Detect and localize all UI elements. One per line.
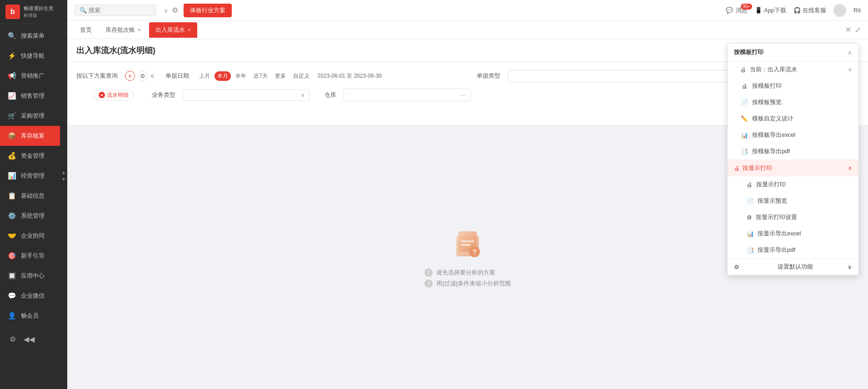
dropdown-item-template-print[interactable]: 🖨 按模板打印 xyxy=(728,78,858,94)
sidebar-collapse-icon[interactable]: ◀◀ xyxy=(24,334,35,344)
sidebar-bottom: ⚙ ◀◀ xyxy=(0,328,67,350)
sidebar-item-guide[interactable]: 🎯 新手引导 xyxy=(0,246,60,266)
notifications-button[interactable]: 💬 消息 99+ xyxy=(726,6,748,15)
date-filter-label: 单据日期 xyxy=(165,72,189,80)
sidebar-item-enterprise[interactable]: 🤝 企业协同 xyxy=(0,226,60,246)
industry-solution-button[interactable]: 体验行业方案 xyxy=(184,4,232,17)
tab-flow[interactable]: 出入库流水 × xyxy=(149,22,197,38)
dropdown-display-pdf[interactable]: 📑 按显示导出pdf xyxy=(728,242,858,258)
filter-tag-label: 流水明细 xyxy=(107,91,129,99)
tab-batch-close[interactable]: × xyxy=(138,27,141,33)
tab-bar: 首页 库存批次账 × 出入库流水 × ✕ ⤢ xyxy=(67,21,868,39)
search-input[interactable] xyxy=(89,7,148,14)
dropdown-current-arrow: ∨ xyxy=(848,66,852,73)
dropdown-collapse-icon[interactable]: ∧ xyxy=(848,49,852,56)
dropdown-display-preview[interactable]: 📄 按显示预览 xyxy=(728,193,858,209)
dropdown-display-excel[interactable]: 📊 按显示导出excel xyxy=(728,225,858,242)
tab-home[interactable]: 首页 xyxy=(75,22,97,38)
filter-collapse-button[interactable]: « xyxy=(150,72,155,80)
display-settings-icon: ⚙ xyxy=(747,214,752,221)
search-dropdown-arrow[interactable]: ∨ xyxy=(164,7,168,14)
empty-illustration: ? xyxy=(449,227,486,263)
app-download-button[interactable]: 📱 App下载 xyxy=(755,6,786,15)
dropdown-display-print[interactable]: 🖨 按显示打印 xyxy=(728,176,858,193)
sidebar-scroll-up[interactable]: ▲ xyxy=(61,170,66,175)
date-custom[interactable]: 自定义 xyxy=(290,71,312,81)
date-more[interactable]: 更多 xyxy=(272,71,289,81)
message-icon: 💬 xyxy=(726,7,733,14)
system-icon: ⚙️ xyxy=(7,211,16,220)
settings-gear-icon[interactable]: ⚙ xyxy=(7,334,18,344)
template-print-icon: 🖨 xyxy=(740,82,748,90)
step-2-number: 2 xyxy=(424,279,433,288)
sidebar-item-marketing[interactable]: 📢 营销推广 xyxy=(0,66,60,86)
sidebar-item-operations[interactable]: 📊 经营管理 xyxy=(0,166,60,186)
sidebar-item-system[interactable]: ⚙️ 系统管理 xyxy=(0,206,60,226)
sidebar-item-apps[interactable]: 🔲 应用中心 xyxy=(0,266,60,286)
filter-actions: + ⚙ « xyxy=(125,71,155,81)
dropdown-panel: 按模板打印 ∧ 🖨 当前：出入库流水 ∨ 🖨 按模板打印 📄 按模板预览 ✏️ … xyxy=(727,43,859,275)
sidebar-item-purchase[interactable]: 🛒 采购管理 xyxy=(0,106,60,126)
dropdown-header[interactable]: 按模板打印 ∧ xyxy=(728,44,858,61)
logo-tag: 标准版 xyxy=(24,12,54,19)
window-close-button[interactable]: ✕ xyxy=(845,25,851,34)
sidebar-item-search[interactable]: 🔍 搜索菜单 xyxy=(0,26,60,46)
date-this-year[interactable]: 本年 xyxy=(233,71,249,81)
dropdown-footer-item[interactable]: ⚙ 设置默认功能 ∨ xyxy=(728,259,858,275)
sidebar-item-basic[interactable]: 📋 基础信息 xyxy=(0,186,60,206)
notifications-count: 99+ xyxy=(741,4,752,10)
topbar: 🔍 ∨ ⚙ 体验行业方案 💬 消息 99+ 📱 App下载 xyxy=(67,0,868,21)
sidebar-item-finance[interactable]: 💰 资金管理 xyxy=(0,146,60,166)
page-title: 出入库流水(流水明细) xyxy=(76,45,155,56)
filter-config-button[interactable]: ⚙ xyxy=(138,71,148,81)
dropdown-item-template-excel[interactable]: 📊 按模板导出excel xyxy=(728,127,858,143)
online-service-button[interactable]: 🎧 在线客服 xyxy=(793,6,826,15)
sidebar-logo: b 畅捷通好生意 标准版 xyxy=(0,0,67,24)
display-print-icon: 🖨 xyxy=(747,181,753,188)
dropdown-current-label: 当前：出入库流水 xyxy=(750,65,848,74)
sidebar-item-wechat[interactable]: 💬 企业微信 xyxy=(0,286,60,306)
user-avatar[interactable] xyxy=(833,4,846,17)
sidebar-item-shortcut[interactable]: ⚡ 快捷导航 xyxy=(0,46,60,66)
dropdown-item-template-custom[interactable]: ✏️ 模板自定义设计 xyxy=(728,110,858,127)
sidebar-item-member[interactable]: 👤 畅会员 xyxy=(0,306,60,326)
sidebar: b 畅捷通好生意 标准版 🔍 搜索菜单 ⚡ 快捷导航 📢 营销推广 xyxy=(0,0,67,389)
doc-type-label: 单据类型 xyxy=(477,72,500,80)
business-type-select[interactable]: ∨ xyxy=(183,89,310,101)
topbar-search-box[interactable]: 🔍 xyxy=(75,5,156,16)
filter-section-label: 按以下方案查询 xyxy=(76,72,118,80)
date-last-month[interactable]: 上月 xyxy=(196,71,213,81)
filter-tag-item[interactable]: ● 流水明细 xyxy=(94,90,134,100)
dropdown-display-print-settings[interactable]: ⚙ 按显示打印设置 xyxy=(728,209,858,225)
filter-add-button[interactable]: + xyxy=(125,71,135,81)
template-pdf-icon: 📑 xyxy=(740,147,748,155)
sidebar-scroll-down[interactable]: ▼ xyxy=(61,177,66,182)
warehouse-select[interactable]: ··· xyxy=(344,89,471,101)
filter-tag-dot: ● xyxy=(99,92,105,98)
display-excel-icon: 📊 xyxy=(747,230,754,237)
display-group-label: 🖨 按显示打印 xyxy=(734,164,772,172)
tab-batch[interactable]: 库存批次账 × xyxy=(99,22,147,38)
settings-icon-topbar[interactable]: ⚙ xyxy=(172,6,178,15)
dropdown-footer-label: 设置默认功能 xyxy=(778,263,813,271)
sidebar-item-sales[interactable]: 📈 销售管理 xyxy=(0,86,60,106)
svg-rect-2 xyxy=(461,240,474,242)
step-1-number: 1 xyxy=(424,269,433,277)
step-1-text: 请先选择要分析的方案 xyxy=(436,269,495,277)
topbar-right: 💬 消息 99+ 📱 App下载 🎧 在线客服 Rit xyxy=(726,4,861,17)
window-expand-button[interactable]: ⤢ xyxy=(855,25,861,34)
purchase-icon: 🛒 xyxy=(7,111,16,120)
dropdown-item-template-preview[interactable]: 📄 按模板预览 xyxy=(728,94,858,110)
window-controls: ✕ ⤢ xyxy=(845,25,861,34)
logo-icon: b xyxy=(5,5,20,19)
dropdown-item-template-pdf[interactable]: 📑 按模板导出pdf xyxy=(728,143,858,160)
search-icon: 🔍 xyxy=(7,31,16,40)
sidebar-item-inventory[interactable]: 📦 库存核算 xyxy=(0,126,60,146)
inventory-icon: 📦 xyxy=(7,131,16,140)
tab-flow-close[interactable]: × xyxy=(188,27,191,33)
dropdown-current-item[interactable]: 🖨 当前：出入库流水 ∨ xyxy=(728,61,858,78)
date-this-month[interactable]: 本月 xyxy=(215,71,231,81)
dropdown-display-group-header[interactable]: 🖨 按显示打印 ∧ xyxy=(728,160,858,176)
date-7days[interactable]: 近7天 xyxy=(251,71,270,81)
member-icon: 👤 xyxy=(7,311,16,320)
